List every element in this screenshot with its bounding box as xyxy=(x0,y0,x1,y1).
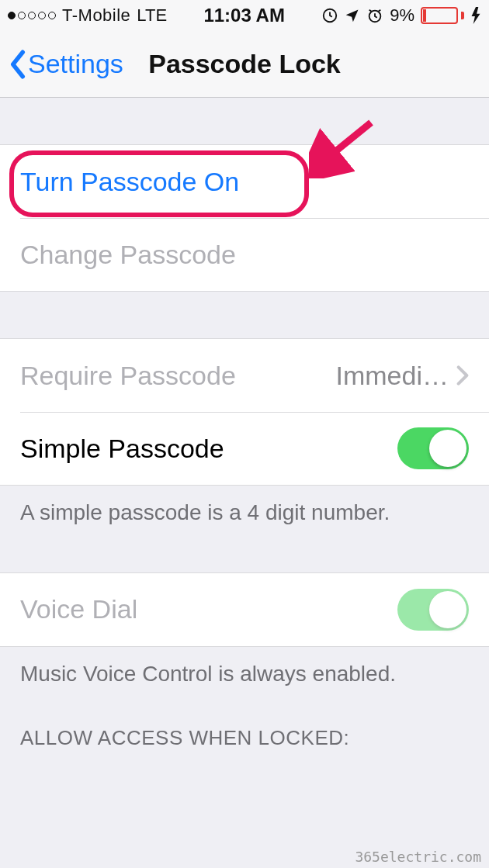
simple-passcode-cell: Simple Passcode xyxy=(0,412,489,485)
chevron-right-icon xyxy=(456,365,469,386)
status-right: 9% xyxy=(321,5,481,26)
simple-passcode-label: Simple Passcode xyxy=(20,434,397,464)
battery-icon xyxy=(421,7,464,24)
network-type-label: LTE xyxy=(137,5,167,26)
status-left: T-Mobile LTE xyxy=(8,5,167,26)
turn-passcode-on-cell[interactable]: Turn Passcode On xyxy=(0,145,489,218)
charging-icon xyxy=(470,7,481,24)
turn-passcode-on-label: Turn Passcode On xyxy=(20,167,469,197)
voice-dial-toggle[interactable] xyxy=(397,589,469,631)
carrier-label: T-Mobile xyxy=(62,5,130,26)
status-bar: T-Mobile LTE 11:03 AM 9% xyxy=(0,0,489,31)
voice-dial-cell: Voice Dial xyxy=(0,573,489,646)
back-label: Settings xyxy=(28,49,123,79)
alarm-icon xyxy=(366,7,383,24)
simple-passcode-toggle[interactable] xyxy=(397,427,469,469)
nav-bar: Settings Passcode Lock xyxy=(0,31,489,98)
allow-access-header: ALLOW ACCESS WHEN LOCKED: xyxy=(0,703,489,750)
status-time: 11:03 AM xyxy=(203,5,284,26)
require-passcode-value: Immedi… xyxy=(336,361,449,391)
watermark: 365electric.com xyxy=(355,849,481,865)
change-passcode-label: Change Passcode xyxy=(20,240,469,270)
page-title: Passcode Lock xyxy=(148,49,341,79)
battery-percent-label: 9% xyxy=(390,5,414,26)
require-passcode-cell[interactable]: Require Passcode Immedi… xyxy=(0,339,489,412)
simple-passcode-footer: A simple passcode is a 4 digit number. xyxy=(0,486,489,541)
signal-strength-icon xyxy=(8,12,56,19)
back-button[interactable]: Settings xyxy=(9,49,123,79)
group-passcode-options: Require Passcode Immedi… Simple Passcode xyxy=(0,338,489,486)
change-passcode-cell: Change Passcode xyxy=(0,218,489,291)
chevron-left-icon xyxy=(9,50,26,79)
group-passcode-actions: Turn Passcode On Change Passcode xyxy=(0,144,489,292)
location-icon xyxy=(345,8,360,23)
orientation-lock-icon xyxy=(321,7,338,24)
voice-dial-label: Voice Dial xyxy=(20,594,397,624)
voice-dial-footer: Music Voice Control is always enabled. xyxy=(0,647,489,703)
group-voice-dial: Voice Dial xyxy=(0,572,489,647)
require-passcode-label: Require Passcode xyxy=(20,361,336,391)
